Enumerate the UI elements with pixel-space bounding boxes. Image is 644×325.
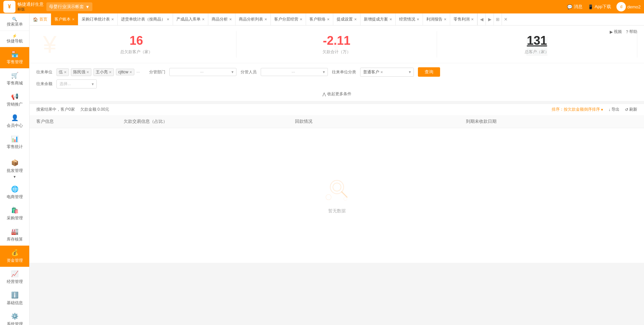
tab-product-analysis[interactable]: 商品分析 ✕ (208, 13, 235, 26)
tabs-next-btn[interactable]: ▶ (485, 13, 493, 26)
tab-operations[interactable]: 经营情况 ✕ (396, 13, 423, 26)
filter-balance-select[interactable]: 选择... ▾ (56, 79, 97, 88)
tab-inventory-stats[interactable]: 进货单统计表（按商品） ✕ (118, 13, 173, 26)
sidebar-quick-nav[interactable]: ⚡ 快捷导航 (0, 31, 29, 47)
tab-label: 新增提成方案 (364, 16, 388, 22)
tab-home[interactable]: 🏠 首页 (30, 13, 51, 26)
tab-produce-inbound[interactable]: 产成品入库单 ✕ (173, 13, 208, 26)
tab-customer-contact[interactable]: 客户联络 ✕ (306, 13, 333, 26)
close-tab-icon[interactable]: ✕ (72, 17, 75, 21)
filter-category-select[interactable]: 普通客户 ✕ ▾ (360, 68, 414, 77)
sidebar-item-finance[interactable]: 💰 资金管理 (0, 246, 29, 267)
stat-block-total-customers: 🏢 131 总客户（家） (437, 31, 637, 58)
query-button[interactable]: 查询 (418, 67, 440, 77)
sidebar-item-basic-info[interactable]: ℹ️ 基础信息 (0, 288, 29, 309)
filter-dept-select[interactable]: ··· ▾ (169, 68, 237, 76)
close-tab-icon[interactable]: ✕ (471, 17, 474, 21)
chevron-down-icon: ▼ (85, 4, 90, 9)
stat-customers-label: 总欠款客户（家） (120, 49, 153, 55)
filter-area: 往来单位 伍 ✕ 陈民强 ✕ 王小亮 (30, 63, 644, 101)
operations-icon: 📈 (11, 270, 18, 278)
store-selector[interactable]: 母婴行业演示帐套 ▼ (46, 2, 92, 11)
remove-tag-icon[interactable]: ✕ (129, 70, 132, 74)
collapse-label: 收起更多条件 (327, 91, 351, 97)
remove-tag-icon[interactable]: ✕ (64, 70, 67, 74)
sidebar-search[interactable]: 🔍 搜索菜单 (0, 13, 29, 31)
user-menu[interactable]: d demo2 (616, 2, 641, 11)
tab-label: 利润报告 (426, 16, 442, 22)
banner-actions: ▶ 视频 ? 帮助 (610, 29, 637, 35)
sidebar-item-retail-mall[interactable]: 🛒 零售商城 (0, 68, 29, 89)
sidebar-item-inventory[interactable]: 🏭 库存核算 (0, 224, 29, 246)
filter-tag-3[interactable]: 王小亮 ✕ (93, 68, 114, 76)
close-tab-icon[interactable]: ✕ (264, 17, 267, 21)
stat-block-customers: ¥ 16 总欠款客户（家） (36, 31, 237, 58)
close-tab-icon[interactable]: ✕ (354, 17, 357, 21)
app-download-label: App下载 (595, 4, 611, 10)
content-area: 🏠 首页 客户账本 ✕ 采购订单统计表 ✕ 进货单统计表（按商品） ✕ 产成品入… (30, 13, 644, 325)
tab-new-commission[interactable]: 新增提成方案 ✕ (360, 13, 396, 26)
top-bar: ¥ 畅捷通好生意 标版 母婴行业演示帐套 ▼ 💬 消息 📱 App下载 (0, 0, 644, 13)
close-tab-icon[interactable]: ✕ (417, 17, 419, 21)
close-tab-icon[interactable]: ✕ (229, 17, 232, 21)
category-tag[interactable]: 普通客户 ✕ (363, 69, 383, 75)
sidebar-item-operations[interactable]: 📈 经营管理 (0, 267, 29, 288)
sidebar-item-member[interactable]: 👤 会员中心 (0, 111, 29, 132)
stats-banner: ¥ 16 总欠款客户（家） ✦ -2.11 欠款合计（万） 🏢 131 总客户（… (30, 26, 644, 63)
sort-btn[interactable]: 排序：按欠款金额倒序排序 ▾ (552, 107, 603, 112)
collapse-btn[interactable]: ⋀ 收起更多条件 (323, 91, 351, 97)
tab-profit-report[interactable]: 利润报告 ✕ (423, 13, 450, 26)
refresh-icon: ↺ (625, 107, 628, 112)
remove-category-icon[interactable]: ✕ (380, 70, 383, 74)
tab-purchase-stats[interactable]: 采购订单统计表 ✕ (78, 13, 118, 26)
help-btn[interactable]: ? 帮助 (626, 29, 637, 35)
tab-label: 零售利润 (454, 16, 470, 22)
sidebar-item-ecommerce[interactable]: 🌐 电商管理 (0, 182, 29, 203)
tab-label: 进货单统计表（按商品） (121, 16, 165, 22)
filter-tag-2[interactable]: 陈民强 ✕ (71, 68, 91, 76)
close-tab-icon[interactable]: ✕ (167, 17, 169, 21)
message-btn[interactable]: 💬 消息 (567, 4, 583, 10)
empty-svg (320, 177, 354, 204)
tab-retail-profit[interactable]: 零售利润 ✕ (450, 13, 477, 26)
empty-state: 暂无数据 (320, 177, 354, 214)
inventory-icon: 🏭 (11, 228, 18, 235)
sidebar-item-marketing[interactable]: 📢 营销推广 (0, 89, 29, 111)
sidebar-item-retail-stats[interactable]: 📊 零售统计 (0, 132, 29, 153)
tabs-menu-btn[interactable]: ⊞ (493, 13, 502, 26)
sidebar-item-wholesale[interactable]: 📦 批发管理 ▼ (0, 156, 29, 182)
sidebar-item-system[interactable]: ⚙️ 系统管理 (0, 309, 29, 325)
export-btn[interactable]: ↓ 导出 (608, 107, 619, 112)
tab-customer-ledger[interactable]: 客户账本 ✕ (51, 13, 78, 26)
tabs-close-all-btn[interactable]: ✕ (502, 13, 510, 26)
dept-arrow-icon: ▾ (231, 70, 233, 74)
sidebar-item-purchase[interactable]: 🛍️ 采购管理 (0, 203, 29, 224)
refresh-btn[interactable]: ↺ 刷新 (625, 107, 637, 112)
remove-tag-icon[interactable]: ✕ (86, 70, 89, 74)
close-tab-icon[interactable]: ✕ (444, 17, 446, 21)
tab-product-analysis-list[interactable]: 商品分析列表 ✕ (235, 13, 271, 26)
sort-icon: ▾ (601, 107, 603, 112)
sidebar-search-label: 搜索菜单 (7, 22, 23, 27)
close-tab-icon[interactable]: ✕ (327, 17, 330, 21)
close-tab-icon[interactable]: ✕ (202, 17, 205, 21)
filter-unit-label: 往来单位 (36, 69, 52, 75)
app-download-btn[interactable]: 📱 App下载 (588, 4, 611, 10)
logo-text-block: 畅捷通好生意 标版 (17, 2, 44, 12)
filter-person-select[interactable]: ··· ▾ (261, 68, 328, 76)
filter-tag-4[interactable]: cjttcw ✕ (116, 69, 134, 75)
filter-tag-1[interactable]: 伍 ✕ (56, 68, 69, 76)
tab-customer-tier[interactable]: 客户分层经营 ✕ (271, 13, 306, 26)
filter-category-label: 往来单位分类 (332, 69, 356, 75)
sidebar-item-retail-mgmt[interactable]: 🏪 零售管理 (0, 47, 29, 68)
tab-commission-settings[interactable]: 提成设置 ✕ (333, 13, 360, 26)
video-btn[interactable]: ▶ 视频 (610, 29, 622, 35)
logo-main-text: 畅捷通好生意 (17, 2, 44, 7)
filter-more-btn[interactable]: ··· (136, 70, 140, 74)
table-area: 客户信息 欠款交易信息（占比） 回款情况 到期未收款日期 (30, 115, 644, 263)
tabs-prev-btn[interactable]: ◀ (477, 13, 485, 26)
close-tab-icon[interactable]: ✕ (111, 17, 114, 21)
close-tab-icon[interactable]: ✕ (300, 17, 302, 21)
close-tab-icon[interactable]: ✕ (389, 17, 392, 21)
remove-tag-icon[interactable]: ✕ (109, 70, 112, 74)
